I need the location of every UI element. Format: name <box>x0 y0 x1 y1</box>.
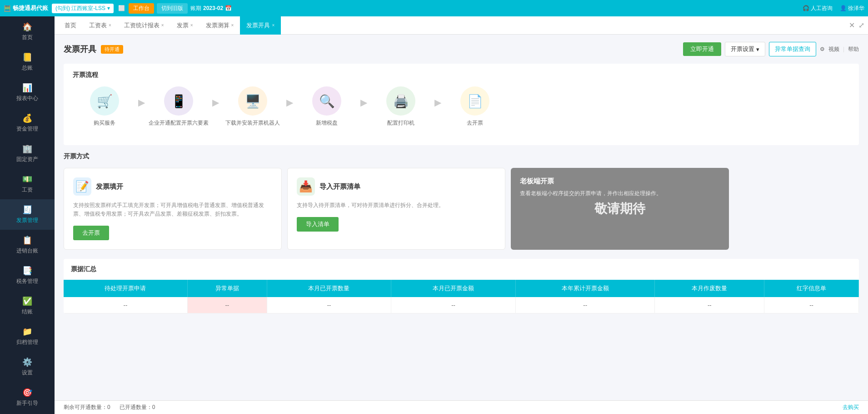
anomaly-query-button[interactable]: 异常单据查询 <box>769 42 816 56</box>
tab-close-invoice-calc[interactable]: × <box>231 23 234 28</box>
consult-button[interactable]: 🎧 人工咨询 <box>803 5 833 12</box>
summary-cell-5: -- <box>655 297 764 313</box>
buy-service-label: 购买服务 <box>94 119 115 127</box>
tab-bar-right: ✕ ⤢ <box>849 21 864 30</box>
sidebar-label-reports: 报表中心 <box>16 95 38 102</box>
add-tax-icon: 🔍 <box>312 86 341 116</box>
tab-salary-report[interactable]: 工资统计报表× <box>118 16 170 35</box>
sidebar: 🏠首页📒总账📊报表中心💰资金管理🏢固定资产💵工资🧾发票管理📋进销台账📑税务管理✅… <box>0 16 55 414</box>
summary-table: 待处理开票申请异常单据本月已开票数量本月已开票金额本年累计开票金额本月作废数量红… <box>64 280 859 313</box>
tab-bar: 首页工资表×工资统计报表×发票×发票测算×发票开具× ✕ ⤢ <box>55 16 868 35</box>
top-bar: 🧮 畅捷通易代账 (勾到) 江西账室-LSS ▾ ⬜ 工作台 切到旧版 账期 2… <box>0 0 868 16</box>
old-version-button[interactable]: 切到旧版 <box>157 3 188 14</box>
old-desc: 查看老板端小程序提交的开票申请，并作出相应处理操作。 <box>520 189 720 197</box>
arrow-1: ▶ <box>138 97 145 108</box>
import-icon: 📥 <box>297 177 315 196</box>
sidebar-label-invoice: 发票管理 <box>16 217 38 224</box>
sidebar-item-funds[interactable]: 💰资金管理 <box>0 108 55 138</box>
tab-home[interactable]: 首页 <box>58 16 83 35</box>
flow-section-title: 开票流程 <box>73 71 850 79</box>
sidebar-item-salary[interactable]: 💵工资 <box>0 169 55 199</box>
sidebar-item-invoice[interactable]: 🧾发票管理 <box>0 199 55 230</box>
help-link[interactable]: 帮助 <box>848 45 859 53</box>
period-selector[interactable]: 账期 2023-02 📅 <box>190 5 232 12</box>
arrow-5: ▶ <box>434 97 441 108</box>
tab-close-salary-table[interactable]: × <box>109 23 111 28</box>
arrow-3: ▶ <box>286 97 293 108</box>
immediate-open-button[interactable]: 立即开通 <box>683 42 721 56</box>
summary-col-1: 异常单据 <box>187 280 267 297</box>
divider: | <box>843 46 844 52</box>
sidebar-item-reports[interactable]: 📊报表中心 <box>0 77 55 108</box>
tab-label-salary-report: 工资统计报表 <box>124 21 160 30</box>
sidebar-item-settings[interactable]: ⚙️设置 <box>0 352 55 382</box>
video-link[interactable]: 视频 <box>828 45 839 53</box>
open-settings-button[interactable]: 开票设置 ▾ <box>725 42 765 56</box>
tab-invoice[interactable]: 发票× <box>170 16 200 35</box>
opened-count-label: 已开通数量：0 <box>120 404 155 411</box>
buy-link[interactable]: 去购买 <box>843 404 859 411</box>
open-invoice-label: 去开票 <box>467 119 483 127</box>
user-avatar[interactable]: 👤 徐泽华 <box>840 5 864 12</box>
home-icon: 🏠 <box>22 22 32 32</box>
tab-invoice-tool[interactable]: 发票开具× <box>240 16 281 35</box>
summary-col-4: 本年累计开票金额 <box>515 280 655 297</box>
sidebar-label-ledger: 总账 <box>22 64 33 72</box>
tab-invoice-calc[interactable]: 发票测算× <box>200 16 240 35</box>
tab-close-invoice-tool[interactable]: × <box>272 23 274 28</box>
sidebar-item-archive[interactable]: 📁归档管理 <box>0 321 55 352</box>
tab-close-salary-report[interactable]: × <box>161 23 164 28</box>
sidebar-label-salary: 工资 <box>22 186 33 194</box>
manual-fill-header: 📝 发票填开 <box>73 177 272 196</box>
summary-section-title: 票据汇总 <box>64 259 859 280</box>
sidebar-label-purchase: 进销台账 <box>16 247 38 255</box>
top-bar-buttons: 工作台 切到旧版 <box>129 3 188 14</box>
arrow-2: ▶ <box>212 97 219 108</box>
close-all-icon[interactable]: ✕ <box>849 21 855 30</box>
chevron-down-icon: ▾ <box>756 46 759 53</box>
sidebar-item-guide[interactable]: 🎯新手引导 <box>0 382 55 413</box>
tab-close-invoice[interactable]: × <box>190 23 193 28</box>
add-tax-label: 新增税盘 <box>316 119 338 127</box>
sidebar-item-home[interactable]: 🏠首页 <box>0 16 55 47</box>
sidebar-item-tax[interactable]: 📑税务管理 <box>0 260 55 291</box>
sidebar-item-assets[interactable]: 🏢固定资产 <box>0 138 55 169</box>
sidebar-label-settlement: 结账 <box>22 308 33 316</box>
sidebar-item-ledger[interactable]: 📒总账 <box>0 47 55 77</box>
header-links: ⚙ 视频 | 帮助 <box>820 45 859 53</box>
sidebar-label-assets: 固定资产 <box>16 156 38 163</box>
sidebar-label-funds: 资金管理 <box>16 125 38 133</box>
tab-label-invoice-tool: 发票开具 <box>246 21 270 30</box>
sidebar-item-purchase[interactable]: 📋进销台账 <box>0 230 55 260</box>
summary-col-6: 红字信息单 <box>764 280 859 297</box>
flow-step-printer: 🖨️ 配置打印机 <box>369 86 433 127</box>
import-list-button[interactable]: 导入清单 <box>297 217 339 232</box>
config-icon: 📱 <box>164 86 193 116</box>
workbench-button[interactable]: 工作台 <box>129 3 154 14</box>
restore-icon[interactable]: ⤢ <box>858 21 864 30</box>
status-badge: 待开通 <box>101 45 123 54</box>
ticket-methods: 📝 发票填开 支持按照发票样式手工填充开发票；可开具增值税电子普通发票、增值税普… <box>64 168 859 250</box>
flow-steps: 🛒 购买服务 ▶ 📱 企业开通配置开票六要素 ▶ 🖥️ <box>73 86 850 127</box>
summary-cell-3: -- <box>391 297 516 313</box>
user-icon: 👤 <box>840 5 847 11</box>
sidebar-label-archive: 归档管理 <box>16 338 38 346</box>
remain-count-label: 剩余可开通数量：0 <box>64 404 110 411</box>
reports-icon: 📊 <box>22 83 32 93</box>
arrow-4: ▶ <box>360 97 367 108</box>
sidebar-label-guide: 新手引导 <box>16 399 38 407</box>
copy-icon[interactable]: ⬜ <box>118 5 125 11</box>
summary-cell-0: -- <box>64 297 187 313</box>
company-selector[interactable]: (勾到) 江西账室-LSS ▾ <box>52 4 114 13</box>
tab-salary-table[interactable]: 工资表× <box>83 16 118 35</box>
manual-fill-icon: 📝 <box>73 177 91 196</box>
download-label: 下载并安装开票机器人 <box>225 119 280 127</box>
settlement-icon: ✅ <box>22 296 32 306</box>
go-open-invoice-button[interactable]: 去开票 <box>73 226 109 240</box>
archive-icon: 📁 <box>22 327 32 337</box>
settings-icon: ⚙ <box>820 46 825 52</box>
ledger-icon: 📒 <box>22 52 32 62</box>
summary-cell-4: -- <box>515 297 655 313</box>
sidebar-item-settlement[interactable]: ✅结账 <box>0 291 55 321</box>
top-bar-right: 🎧 人工咨询 👤 徐泽华 <box>803 5 864 12</box>
